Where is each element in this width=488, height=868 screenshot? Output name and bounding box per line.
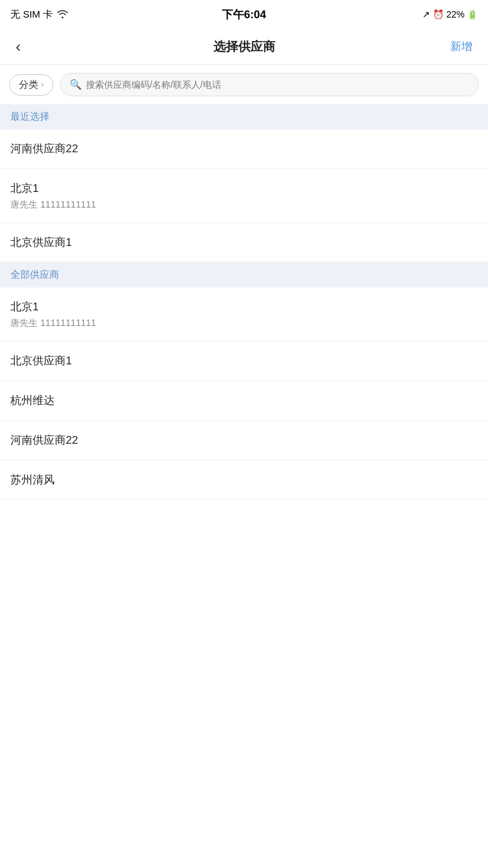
all-section-header: 全部供应商 (0, 262, 488, 288)
supplier-name: 河南供应商22 (10, 433, 478, 448)
all-list-item[interactable]: 北京1唐先生 11111111111 (0, 288, 488, 342)
supplier-contact: 唐先生 11111111111 (10, 199, 478, 211)
category-label: 分类 (19, 79, 38, 91)
status-time: 下午6:04 (222, 7, 266, 22)
all-section-label: 全部供应商 (10, 269, 59, 280)
supplier-contact: 唐先生 11111111111 (10, 318, 478, 329)
supplier-name: 杭州维达 (10, 393, 478, 409)
location-icon: ↗ (422, 9, 430, 20)
add-button[interactable]: 新增 (445, 34, 478, 59)
nav-bar: ‹ 选择供应商 新增 (0, 29, 488, 65)
all-list-item[interactable]: 河南供应商22 (0, 421, 488, 461)
category-button[interactable]: 分类 › (9, 74, 53, 96)
chevron-right-icon: › (41, 80, 44, 89)
sim-status: 无 SIM 卡 (10, 8, 53, 21)
supplier-name: 苏州清风 (10, 472, 478, 488)
all-list-item[interactable]: 北京供应商1 (0, 342, 488, 381)
status-right: ↗ ⏰ 22% 🔋 (422, 9, 478, 20)
status-left: 无 SIM 卡 (10, 8, 68, 21)
recent-section-label: 最近选择 (10, 111, 49, 122)
supplier-name: 北京供应商1 (10, 235, 478, 251)
supplier-name: 北京供应商1 (10, 353, 478, 369)
all-list-item[interactable]: 杭州维达 (0, 381, 488, 421)
wifi-icon (57, 9, 68, 20)
recent-list: 河南供应商22北京1唐先生 11111111111北京供应商1 (0, 129, 488, 262)
supplier-name: 河南供应商22 (10, 141, 478, 157)
filter-bar: 分类 › 🔍 (0, 65, 488, 104)
all-list: 北京1唐先生 11111111111北京供应商1杭州维达河南供应商22苏州清风 (0, 288, 488, 500)
recent-list-item[interactable]: 北京1唐先生 11111111111 (0, 169, 488, 223)
battery-icon: 🔋 (467, 10, 478, 20)
search-input[interactable] (86, 79, 469, 90)
recent-list-item[interactable]: 河南供应商22 (0, 129, 488, 169)
supplier-name: 北京1 (10, 299, 478, 315)
battery-text: 22% (446, 9, 465, 20)
recent-section-header: 最近选择 (0, 104, 488, 129)
search-icon: 🔍 (70, 79, 82, 90)
status-bar: 无 SIM 卡 下午6:04 ↗ ⏰ 22% 🔋 (0, 0, 488, 29)
page-title: 选择供应商 (213, 38, 275, 55)
recent-list-item[interactable]: 北京供应商1 (0, 223, 488, 263)
back-button[interactable]: ‹ (10, 34, 26, 60)
search-box[interactable]: 🔍 (60, 73, 479, 96)
alarm-icon: ⏰ (433, 9, 444, 20)
all-list-item[interactable]: 苏州清风 (0, 461, 488, 500)
supplier-name: 北京1 (10, 181, 478, 197)
